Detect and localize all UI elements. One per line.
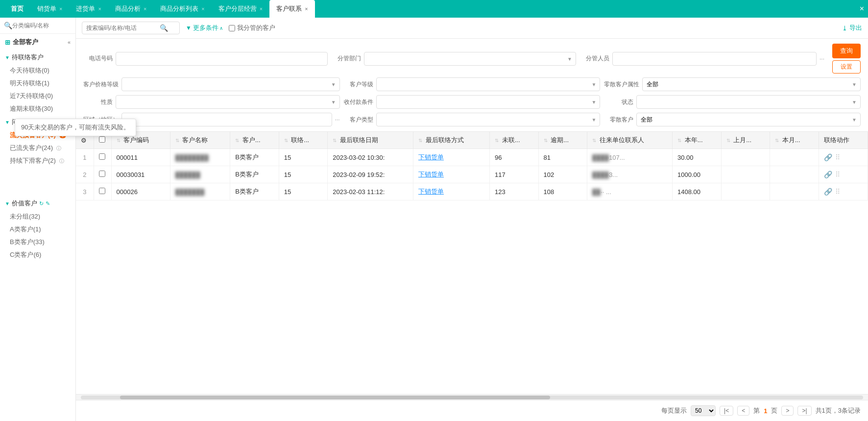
filter-nature-select[interactable] — [116, 95, 340, 109]
th-name[interactable]: ⇅ 客户名称 — [170, 132, 230, 149]
filter-retail-attr-select[interactable]: 全部 — [642, 77, 861, 91]
horizontal-scrollbar[interactable] — [76, 394, 868, 400]
sidebar-item-class-a[interactable]: A类客户(1) — [0, 223, 75, 236]
query-button[interactable]: 查询 — [832, 44, 861, 58]
filter-manager-input[interactable] — [612, 52, 817, 66]
row-1-more-icon[interactable]: ⠿ — [835, 153, 840, 161]
row-3-link-icon[interactable]: 🔗 — [824, 188, 832, 196]
arrow-down-icon2: ▼ — [5, 120, 10, 125]
page-last-button[interactable]: >| — [797, 406, 811, 416]
row-3-contact: 15 — [279, 183, 328, 200]
tab-customer-contact-close[interactable]: × — [305, 6, 308, 12]
sidebar-item-7days[interactable]: 近7天待联络(0) — [0, 90, 75, 102]
tab-sales[interactable]: 销货单 × — [30, 0, 69, 18]
page-first-button[interactable]: |< — [720, 406, 733, 416]
filter-dept-label: 分管部门 — [332, 54, 361, 63]
th-action: 联络动作 — [819, 132, 868, 149]
row-2-link-icon[interactable]: 🔗 — [824, 171, 832, 178]
tab-sales-close[interactable]: × — [59, 6, 62, 12]
sidebar-item-churned[interactable]: 已流失客户(24) ⓘ — [0, 142, 75, 154]
th-contact-sort-icon: ⇅ — [284, 138, 288, 143]
th-unlink-days[interactable]: ⇅ 未联... — [490, 132, 539, 149]
row-2-last-method[interactable]: 下销货单 — [413, 166, 489, 183]
tab-product-analysis-label: 商品分析 — [115, 4, 141, 13]
refresh-icon[interactable]: ↻ — [39, 200, 44, 207]
th-contact-person[interactable]: ⇅ 往来单位联系人 — [587, 132, 673, 149]
sidebar-item-today[interactable]: 今天待联络(0) — [0, 64, 75, 77]
edit-icon[interactable]: ✎ — [46, 200, 50, 207]
filter-phone-input[interactable] — [116, 52, 328, 66]
sidebar-item-tomorrow[interactable]: 明天待联络(1) — [0, 77, 75, 90]
row-3-more-icon[interactable]: ⠿ — [835, 188, 840, 196]
tab-product-analysis[interactable]: 商品分析 × — [108, 0, 153, 18]
filter-status-select[interactable] — [636, 95, 861, 109]
row-1-link-icon[interactable]: 🔗 — [824, 153, 832, 161]
th-customer-type[interactable]: ⇅ 客户... — [230, 132, 279, 149]
page-next-button[interactable]: > — [781, 406, 794, 416]
tab-customer-tier[interactable]: 客户分层经营 × — [212, 0, 269, 18]
filter-customer-type-select[interactable] — [376, 113, 601, 126]
row-3-action: 🔗 ⠿ — [819, 183, 868, 200]
sidebar-item-ungroup[interactable]: 未分组(32) — [0, 210, 75, 223]
toolbar-search-button[interactable]: 🔍 — [160, 24, 168, 32]
filter-retail-customer-select[interactable]: 全部 — [636, 113, 861, 126]
tab-home[interactable]: 首页 — [4, 0, 30, 18]
th-last-contact-method[interactable]: ⇅ 最后联络方式 — [413, 132, 489, 149]
window-close-button[interactable]: × — [860, 4, 864, 13]
sidebar-all-customers[interactable]: ⊞ 全部客户 « — [0, 34, 75, 50]
th-overdue[interactable]: ⇅ 逾期... — [538, 132, 587, 149]
th-contact-person-label: 往来单位联系人 — [600, 136, 644, 144]
toolbar-search-input[interactable] — [86, 25, 160, 31]
toolbar-filter-button[interactable]: ▼ 更多条件 ∧ — [186, 24, 223, 32]
row-1-checkbox[interactable] — [94, 149, 111, 166]
sidebar-item-class-b[interactable]: B类客户(33) — [0, 236, 75, 248]
row-3-checkbox[interactable] — [94, 183, 111, 200]
my-customers-checkbox[interactable]: 我分管的客户 — [229, 24, 275, 32]
filter-manager-more[interactable]: ··· — [820, 55, 824, 62]
filter-region-input[interactable] — [121, 113, 332, 126]
scrollbar-thumb[interactable] — [120, 396, 550, 399]
th-last-month[interactable]: ⇅ 上月... — [721, 132, 770, 149]
sidebar-item-declining[interactable]: 持续下滑客户(2) ⓘ — [0, 154, 75, 167]
filter-customer-grade-select[interactable] — [376, 77, 601, 91]
page-prev-button[interactable]: < — [737, 406, 749, 416]
row-2-checkbox[interactable] — [94, 166, 111, 183]
filter-payment: 收付款条件 ▼ — [344, 95, 601, 109]
sidebar-search-input[interactable] — [12, 22, 76, 29]
filter-region-more[interactable]: ··· — [335, 116, 340, 123]
tab-purchase[interactable]: 进货单 × — [69, 0, 108, 18]
row-2-more-icon[interactable]: ⠿ — [835, 171, 840, 178]
tab-customer-tier-close[interactable]: × — [260, 6, 263, 12]
settings-button[interactable]: 设置 — [832, 60, 861, 74]
sidebar-item-class-c[interactable]: C类客户(6) — [0, 248, 75, 261]
tab-product-analysis-close[interactable]: × — [144, 6, 146, 12]
sidebar-group-value[interactable]: ▼ 价值客户 ↻ ✎ — [0, 197, 75, 210]
select-all-checkbox[interactable] — [99, 136, 105, 143]
tab-product-analysis-list-close[interactable]: × — [201, 6, 204, 12]
filter-dept-select[interactable] — [364, 52, 576, 66]
filter-price-grade-select[interactable] — [121, 77, 340, 91]
th-last-contact-date[interactable]: ⇅ 最后联络日期 — [328, 132, 413, 149]
filter-payment-select[interactable] — [376, 95, 601, 109]
th-this-month[interactable]: ⇅ 本月... — [770, 132, 819, 149]
sidebar-group-pending[interactable]: ▼ 待联络客户 — [0, 50, 75, 64]
th-contact[interactable]: ⇅ 联络... — [279, 132, 328, 149]
sidebar-item-overdue[interactable]: 逾期未联络(30) — [0, 102, 75, 115]
th-overdue-label: 逾期... — [551, 136, 569, 144]
row-3-last-method[interactable]: 下销货单 — [413, 183, 489, 200]
sidebar-search-box[interactable]: 🔍 — [0, 18, 75, 34]
per-page-select[interactable]: 50 20 100 — [691, 405, 716, 416]
my-customers-checkbox-input[interactable] — [229, 25, 235, 31]
row-1-last-method[interactable]: 下销货单 — [413, 149, 489, 166]
row-3-code: 000026 — [111, 183, 170, 200]
row-3-name: ███████ — [170, 183, 230, 200]
toolbar-search-box[interactable]: 🔍 — [82, 22, 180, 34]
tab-purchase-close[interactable]: × — [98, 6, 101, 12]
th-this-year-label: 本年... — [685, 136, 703, 144]
th-this-year[interactable]: ⇅ 本年... — [673, 132, 722, 149]
tab-product-analysis-list-label: 商品分析列表 — [160, 4, 198, 13]
export-button[interactable]: ⤓ 导出 — [842, 24, 862, 32]
tab-customer-contact[interactable]: 客户联系 × — [269, 0, 314, 18]
tab-product-analysis-list[interactable]: 商品分析列表 × — [153, 0, 211, 18]
row-1-contact-person: ████107... — [587, 149, 673, 166]
